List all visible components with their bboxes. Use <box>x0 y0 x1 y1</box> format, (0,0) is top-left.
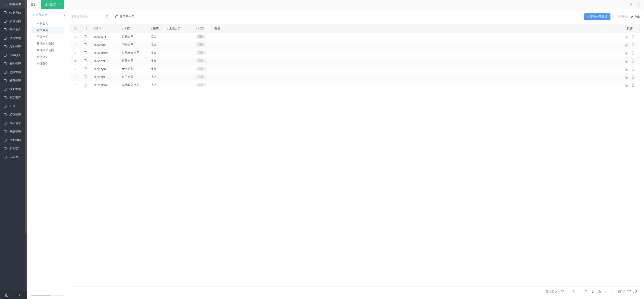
export-button[interactable]: ↻ 导出 <box>630 15 640 19</box>
column-nature[interactable]: ▴▾性质 <box>148 24 164 33</box>
category-all[interactable]: ⁜ 全部分类 <box>31 12 64 20</box>
svg-rect-7 <box>4 62 6 65</box>
column-status[interactable]: ▴▾状态 <box>194 24 212 33</box>
tab-1[interactable]: 合同分类× <box>41 0 64 9</box>
edit-icon[interactable] <box>626 67 628 71</box>
row-index: 3 <box>70 50 81 56</box>
sidebar-item-8[interactable]: 总账管理 <box>0 68 27 76</box>
category-scrollbar[interactable] <box>31 295 64 296</box>
category-item-6[interactable]: 专业分包 <box>31 60 64 67</box>
row-ops <box>620 74 640 80</box>
svg-rect-3 <box>4 29 6 31</box>
row-checkbox[interactable] <box>81 58 90 64</box>
row-checkbox[interactable] <box>81 82 90 88</box>
row-nature: 支出 <box>148 41 164 48</box>
column-parent[interactable]: ▴▾上级分类 <box>164 24 194 33</box>
prev-page-button[interactable]: ‹ <box>579 290 582 293</box>
next-page-button[interactable]: › <box>604 290 607 293</box>
row-checkbox[interactable] <box>81 33 90 40</box>
row-code: 99999zyfb <box>90 66 119 72</box>
row-nature: 支出 <box>148 33 164 40</box>
category-item-3[interactable]: 其他收入合同 <box>31 40 64 47</box>
column-name[interactable]: ▴▾名称 <box>119 24 148 33</box>
collapse-category-button[interactable]: « <box>62 12 67 17</box>
sidebar-item-7[interactable]: 资金管理 <box>0 59 27 68</box>
delete-icon[interactable] <box>631 59 634 62</box>
add-button[interactable]: + 新增合同分类 <box>584 13 610 20</box>
category-item-0[interactable]: 采购合同 <box>31 20 64 27</box>
delete-icon[interactable] <box>631 51 634 54</box>
sidebar-item-5[interactable]: 采购管理 <box>0 42 27 51</box>
sidebar-item-label: 资金管理 <box>10 62 21 66</box>
sidebar-item-17[interactable]: 新手引导 <box>0 144 27 153</box>
sidebar-item-16[interactable]: 企业协同 <box>0 136 27 144</box>
category-item-1[interactable]: 对甲合同 <box>31 27 64 33</box>
delete-icon[interactable] <box>631 67 634 71</box>
svg-rect-10 <box>4 88 6 90</box>
category-item-4[interactable]: 其他支出合同 <box>31 47 64 54</box>
row-remark <box>212 83 620 87</box>
column-code[interactable]: ▴▾编码 <box>90 24 119 33</box>
first-page-button[interactable]: K <box>572 290 576 293</box>
sidebar-item-11[interactable]: 固定资产 <box>0 93 27 102</box>
delete-icon[interactable] <box>631 84 634 87</box>
delete-icon[interactable] <box>631 43 634 46</box>
sidebar-item-9[interactable]: 发票管理 <box>0 76 27 85</box>
search-icon[interactable] <box>105 15 109 18</box>
settings-button[interactable] <box>0 292 14 299</box>
row-checkbox[interactable] <box>81 66 90 72</box>
tab-0[interactable]: 首页 <box>27 0 41 9</box>
page-input[interactable] <box>589 289 597 294</box>
edit-icon[interactable] <box>626 51 628 54</box>
delete-icon[interactable] <box>631 75 634 79</box>
column-checkbox-all[interactable] <box>81 24 90 33</box>
row-remark <box>212 67 620 71</box>
sidebar-item-0[interactable]: 搜索菜单 <box>0 0 27 8</box>
column-settings[interactable] <box>70 24 81 33</box>
fullscreen-button[interactable] <box>636 1 642 8</box>
sound-button[interactable] <box>14 292 27 299</box>
row-remark <box>212 75 620 79</box>
svg-rect-14 <box>4 122 6 124</box>
house-icon <box>3 53 7 57</box>
category-item-5[interactable]: 租赁合同 <box>31 54 64 60</box>
sidebar-item-13[interactable]: 经营管理 <box>0 110 27 119</box>
svg-rect-8 <box>4 71 6 73</box>
row-checkbox[interactable] <box>81 41 90 48</box>
show-disabled-checkbox[interactable]: 显示已停用 <box>116 15 134 19</box>
sidebar-item-15[interactable]: 系统管理 <box>0 127 27 136</box>
row-status: 正常 <box>194 57 212 65</box>
last-page-button[interactable]: 〉| <box>610 290 615 294</box>
sidebar-item-3[interactable]: 营销推广 <box>0 25 27 34</box>
svg-point-0 <box>4 3 6 5</box>
delete-icon[interactable] <box>631 35 634 38</box>
sidebar-item-14[interactable]: 基础信息 <box>0 119 27 127</box>
sidebar-item-label: 工资 <box>10 104 15 108</box>
edit-icon[interactable] <box>626 43 628 46</box>
close-tab-button[interactable] <box>628 1 634 8</box>
row-ops <box>620 66 640 72</box>
search-input[interactable] <box>70 13 110 20</box>
edit-icon[interactable] <box>626 75 628 79</box>
tab-label: 合同分类 <box>45 2 56 6</box>
row-status: 正常 <box>194 65 212 73</box>
row-nature: 支出 <box>148 49 164 56</box>
edit-icon[interactable] <box>626 59 628 62</box>
sidebar-item-4[interactable]: 销售管理 <box>0 34 27 42</box>
row-checkbox[interactable] <box>81 50 90 56</box>
sidebar-item-10[interactable]: 税务管理 <box>0 85 27 93</box>
edit-icon[interactable] <box>626 84 628 87</box>
sidebar-item-1[interactable]: 快捷导航 <box>0 8 27 17</box>
sidebar-item-label: 固定资产 <box>10 96 21 100</box>
sidebar-item-6[interactable]: 库存核算 <box>0 51 27 59</box>
sidebar-item-2[interactable]: 项目合同 <box>0 17 27 25</box>
sidebar-item-18[interactable]: 云应用 <box>0 153 27 161</box>
category-item-2[interactable]: 劳务合同 <box>31 34 64 40</box>
row-checkbox[interactable] <box>81 74 90 80</box>
tab-close-icon[interactable]: × <box>58 3 60 6</box>
sidebar-scrollbar[interactable] <box>25 0 27 292</box>
per-page-select[interactable]: 50 <box>558 289 569 294</box>
export-label: 导出 <box>634 15 640 19</box>
edit-icon[interactable] <box>626 35 628 38</box>
sidebar-item-12[interactable]: 工资 <box>0 102 27 110</box>
